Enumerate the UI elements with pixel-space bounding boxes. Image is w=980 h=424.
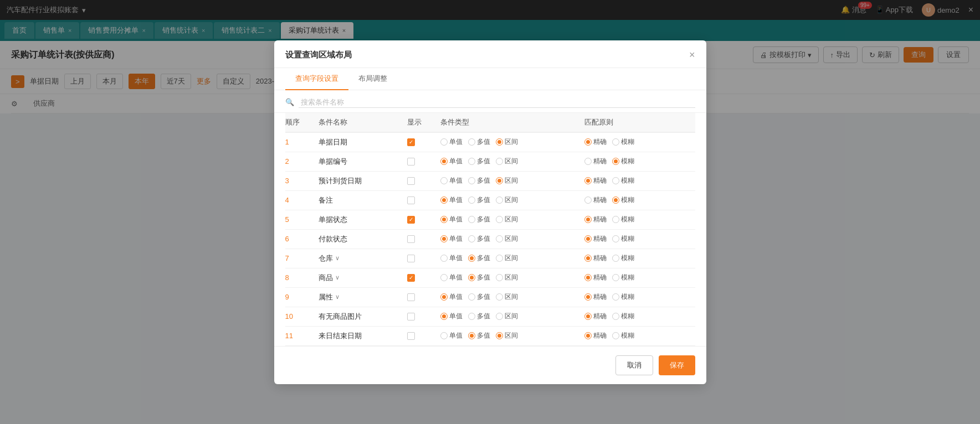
tab-query-fields-label: 查询字段设置 — [295, 74, 338, 82]
search-row: 🔍 — [274, 90, 706, 113]
conditions-table-header: 顺序 条件名称 显示 条件类型 匹配原则 — [285, 113, 695, 114]
tab-layout-label: 布局调整 — [358, 74, 387, 82]
search-icon: 🔍 — [285, 98, 294, 106]
search-input[interactable] — [299, 97, 695, 108]
dialog: 设置查询区域布局 × 查询字段设置 布局调整 🔍 顺序 条件名称 显示 条件类型 — [274, 40, 706, 114]
dialog-header: 设置查询区域布局 × — [274, 40, 706, 68]
dialog-close-button[interactable]: × — [689, 49, 695, 61]
dialog-tab-query-fields[interactable]: 查询字段设置 — [285, 68, 348, 90]
dialog-title: 设置查询区域布局 — [285, 50, 352, 60]
conditions-table: 顺序 条件名称 显示 条件类型 匹配原则 1单据日期✓单值多值区间精确模糊2单据… — [274, 113, 706, 114]
modal-overlay: 设置查询区域布局 × 查询字段设置 布局调整 🔍 顺序 条件名称 显示 条件类型 — [0, 0, 980, 113]
dialog-tab-layout[interactable]: 布局调整 — [348, 68, 397, 90]
dialog-tabs: 查询字段设置 布局调整 — [274, 68, 706, 90]
